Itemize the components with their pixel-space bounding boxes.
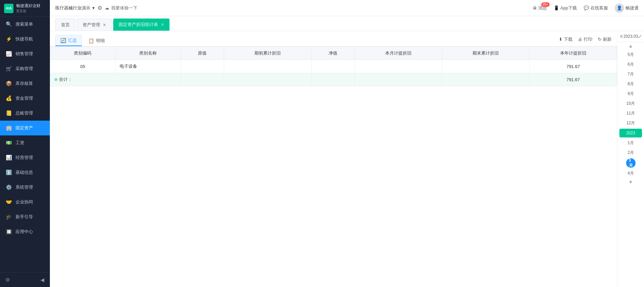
header-left: 医疗器械行业演示 ▾ ⚙ ☁ 我要体验一下 (55, 5, 137, 11)
date-months-list: ▲ 5月 6月 7月 8月 9月 10月 11月 12月 2023 1月 2月 … (617, 42, 644, 287)
experience-cloud-icon: ☁ (105, 5, 109, 10)
table-header-row: 类别编码 类别名称 原值 期初累计折旧 净值 本月计提折旧 期末累计折旧 本年计… (50, 47, 617, 60)
sub-tabs-left: 🔄 汇总 📋 明细 (55, 35, 110, 46)
month-12[interactable]: 12月 (617, 118, 644, 128)
download-label: 下载 (564, 36, 573, 42)
month-5[interactable]: 5月 (617, 50, 644, 60)
sidebar-item-purchase[interactable]: 🛒 采购管理 (0, 61, 50, 76)
summary-icon: 🔄 (60, 38, 66, 43)
sidebar-item-ledger-label: 总账管理 (16, 110, 33, 116)
year-2023-label[interactable]: 2023 (619, 129, 642, 137)
guide-icon: 🎓 (5, 214, 12, 220)
settings-bottom-icon[interactable]: ⚙ (5, 277, 10, 283)
sidebar-item-sales-label: 销售管理 (16, 51, 33, 57)
sidebar-item-sales[interactable]: 📈 销售管理 (0, 46, 50, 61)
operations-icon: 📊 (5, 154, 12, 161)
sidebar-item-quick-nav-label: 快捷导航 (16, 36, 33, 42)
tab-asset-mgmt-label: 资产管理 (83, 22, 100, 28)
notification-btn[interactable]: 🖥 消息 99+ (532, 5, 547, 11)
month-10[interactable]: 10月 (617, 99, 644, 108)
sidebar-nav: 🔍 搜索菜单 ⚡ 快捷导航 📈 销售管理 🛒 采购管理 📦 库存核算 💰 资金管… (0, 17, 50, 272)
print-btn[interactable]: 🖨 打印 (578, 36, 592, 42)
refresh-icon: ↻ (598, 37, 602, 42)
tab-fixed-asset-depreciation[interactable]: 固定资产折旧统计表 ✕ (113, 19, 170, 31)
company-selector[interactable]: 医疗器械行业演示 ▾ (55, 5, 95, 11)
month-9[interactable]: 9月 (617, 89, 644, 99)
sidebar-item-salary-label: 工资 (16, 140, 24, 146)
inventory-icon: 📦 (5, 80, 12, 87)
month-6[interactable]: 6月 (617, 60, 644, 69)
month-11[interactable]: 11月 (617, 108, 644, 118)
tab-fixed-asset-label: 固定资产折旧统计表 (119, 22, 158, 28)
app-logo-text: 畅捷通好业财 普及版 (16, 3, 40, 13)
month-7[interactable]: 7月 (617, 69, 644, 79)
app-download-btn[interactable]: 📱 App下载 (554, 5, 577, 11)
experience-btn[interactable]: ☁ 我要体验一下 (105, 5, 137, 11)
tabs-bar: 首页 资产管理 ✕ 固定资产折旧统计表 ✕ (50, 16, 644, 31)
sidebar-item-enterprise[interactable]: 🤝 企业协同 (0, 195, 50, 210)
month-2[interactable]: 2月 (617, 148, 644, 158)
date-nav-down[interactable]: ▼ (617, 178, 644, 186)
sidebar: AtA 畅捷通好业财 普及版 🔍 搜索菜单 ⚡ 快捷导航 📈 销售管理 🛒 采购… (0, 0, 50, 287)
sidebar-item-quick-nav[interactable]: ⚡ 快捷导航 (0, 32, 50, 46)
sidebar-item-enterprise-label: 企业协同 (16, 199, 33, 205)
date-panel: ✕ 2023.03 ⤢ ▲ 5月 6月 7月 8月 9月 10月 11月 12月… (617, 31, 644, 287)
sidebar-bottom: ⚙ ◀ (0, 272, 50, 287)
sidebar-item-salary[interactable]: 💵 工资 (0, 135, 50, 150)
cell-beginning-accumulated (224, 60, 311, 73)
sidebar-item-search[interactable]: 🔍 搜索菜单 (0, 17, 50, 32)
tab-asset-mgmt[interactable]: 资产管理 ✕ (77, 19, 112, 31)
salary-icon: 💵 (5, 139, 12, 146)
date-panel-expand[interactable]: ⤢ (638, 34, 642, 39)
cell-ending-accumulated (442, 60, 529, 73)
sidebar-item-capital[interactable]: 💰 资金管理 (0, 91, 50, 106)
sub-tab-detail-label: 明细 (96, 38, 105, 44)
total-monthly-depreciation (355, 73, 442, 86)
sidebar-logo: AtA 畅捷通好业财 普及版 (0, 0, 50, 17)
sidebar-item-fixed-assets[interactable]: 🏢 固定资产 (0, 121, 50, 135)
month-3-selected[interactable]: 3月 (626, 158, 636, 168)
sidebar-item-system-label: 系统管理 (16, 184, 33, 190)
month-4[interactable]: 4月 (617, 168, 644, 178)
customer-service-btn[interactable]: 💬 在线客服 (584, 5, 608, 11)
tab-home[interactable]: 首页 (55, 19, 75, 31)
notification-icon: 🖥 (532, 5, 537, 10)
date-nav-up[interactable]: ▲ (617, 42, 644, 50)
customer-service-icon: 💬 (584, 5, 589, 10)
tab-fixed-asset-close[interactable]: ✕ (161, 22, 164, 27)
th-beginning-accumulated: 期初累计折旧 (224, 47, 311, 60)
sidebar-item-basic-info[interactable]: ℹ️ 基础信息 (0, 165, 50, 180)
collapse-icon[interactable]: ◀ (40, 277, 44, 283)
sidebar-item-ledger[interactable]: 📒 总账管理 (0, 106, 50, 121)
user-profile[interactable]: 👤 畅捷通 (615, 3, 639, 13)
month-8[interactable]: 8月 (617, 79, 644, 89)
date-panel-title: 2023.03 (623, 34, 638, 39)
total-icon: ⊕ (54, 77, 58, 82)
download-btn[interactable]: ⬇ 下载 (559, 36, 573, 42)
content-area: 🔄 汇总 📋 明细 ⬇ 下载 🖨 打印 (50, 31, 644, 287)
sidebar-item-app-center[interactable]: 🔲 应用中心 (0, 224, 50, 239)
sidebar-item-inventory[interactable]: 📦 库存核算 (0, 76, 50, 91)
th-code: 类别编码 (50, 47, 116, 60)
month-1[interactable]: 1月 (617, 138, 644, 148)
total-row: ⊕合计： 791.67 (50, 73, 617, 86)
app-center-icon: 🔲 (5, 228, 12, 235)
system-icon: ⚙️ (5, 184, 12, 191)
sidebar-item-system[interactable]: ⚙️ 系统管理 (0, 180, 50, 195)
company-name: 医疗器械行业演示 (55, 5, 90, 11)
header-settings-icon[interactable]: ⚙ (97, 5, 102, 11)
sidebar-item-operations-label: 经营管理 (16, 155, 33, 161)
cell-name: 电子设备 (115, 60, 181, 73)
th-monthly-depreciation: 本月计提折旧 (355, 47, 442, 60)
sub-tab-summary[interactable]: 🔄 汇总 (55, 35, 82, 46)
refresh-btn[interactable]: ↻ 刷新 (598, 36, 612, 42)
tab-home-label: 首页 (61, 22, 70, 28)
date-panel-close[interactable]: ✕ (619, 34, 623, 39)
sidebar-item-operations[interactable]: 📊 经营管理 (0, 150, 50, 165)
top-header: 医疗器械行业演示 ▾ ⚙ ☁ 我要体验一下 🖥 消息 99+ 📱 App下载 💬… (50, 0, 644, 16)
sidebar-item-inventory-label: 库存核算 (16, 81, 33, 87)
tab-asset-mgmt-close[interactable]: ✕ (103, 23, 106, 27)
notification-badge: 99+ (541, 2, 550, 7)
sub-tab-detail[interactable]: 📋 明细 (83, 35, 110, 46)
sidebar-item-guide[interactable]: 🎓 新手引导 (0, 210, 50, 224)
